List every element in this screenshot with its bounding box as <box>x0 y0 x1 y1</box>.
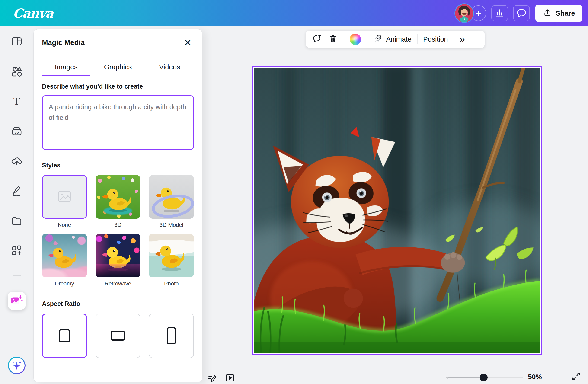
aspect-ratio-label: Aspect Ratio <box>42 300 194 307</box>
comment-add-icon <box>312 33 322 45</box>
styles-label: Styles <box>42 162 194 169</box>
tab-images[interactable]: Images <box>42 63 90 76</box>
context-toolbar: Animate Position » <box>306 31 484 48</box>
style-tile-none[interactable] <box>42 175 87 219</box>
share-button[interactable]: Share <box>535 5 582 22</box>
close-panel-button[interactable]: ✕ <box>182 37 194 49</box>
style-tile-photo[interactable] <box>149 234 194 277</box>
duck-dreamy-art <box>46 241 82 273</box>
canvas-selected-image[interactable] <box>252 66 542 355</box>
pen-icon <box>11 185 23 197</box>
chart-bars-icon <box>494 7 506 20</box>
more-tools-button[interactable]: » <box>460 35 464 44</box>
trash-icon <box>328 33 338 45</box>
upload-cloud-icon <box>11 155 23 167</box>
aspect-option-square[interactable] <box>42 314 87 358</box>
sidebar-item-design[interactable] <box>9 34 24 49</box>
portrait-ratio-icon <box>167 327 176 344</box>
close-icon: ✕ <box>184 38 191 47</box>
position-label: Position <box>423 35 448 43</box>
sidebar-item-text[interactable]: T <box>9 94 24 109</box>
duck-photo-art <box>153 241 189 273</box>
sidebar-item-apps[interactable] <box>9 243 24 258</box>
sidebar-item-uploads[interactable] <box>9 153 24 168</box>
styles-grid: None 3D <box>42 175 194 292</box>
panel-title: Magic Media <box>42 39 85 47</box>
shapes-icon <box>11 65 23 77</box>
slider-thumb[interactable] <box>480 374 488 382</box>
toolbar-divider <box>344 34 344 44</box>
toolbar-divider <box>454 34 454 44</box>
color-wheel-icon <box>350 34 361 45</box>
aspect-option-portrait[interactable] <box>149 314 194 358</box>
brand-icon: co <box>11 125 23 137</box>
style-label: None <box>42 222 87 228</box>
square-ratio-icon <box>59 329 70 342</box>
text-icon: T <box>11 95 23 107</box>
canva-assistant-button[interactable] <box>8 357 25 374</box>
apps-grid-icon <box>11 244 23 256</box>
style-tile-retrowave[interactable] <box>96 234 141 277</box>
comments-button[interactable] <box>513 5 530 21</box>
style-label: Dreamy <box>42 280 87 287</box>
duck-retrowave-art <box>100 241 136 273</box>
sidebar-item-draw[interactable] <box>9 183 24 198</box>
delete-button[interactable] <box>328 33 338 45</box>
style-label: 3D Model <box>149 222 194 228</box>
notes-button[interactable] <box>207 372 218 383</box>
magic-media-icon <box>10 295 23 307</box>
prompt-input[interactable] <box>42 95 194 150</box>
add-comment-button[interactable] <box>312 33 322 45</box>
aspect-option-landscape[interactable] <box>96 314 141 358</box>
present-button[interactable] <box>225 372 235 383</box>
animate-icon <box>373 33 383 45</box>
duck-3d-art <box>100 182 136 214</box>
insights-button[interactable] <box>491 5 508 21</box>
speech-bubble-icon <box>515 7 527 20</box>
tab-graphics[interactable]: Graphics <box>94 63 142 76</box>
tab-bar: Images Graphics Videos <box>34 56 202 76</box>
animate-label: Animate <box>386 35 412 43</box>
tab-videos[interactable]: Videos <box>145 63 194 76</box>
style-tile-3d-model[interactable] <box>149 175 194 219</box>
plus-icon: + <box>475 7 481 19</box>
color-picker-button[interactable] <box>350 34 361 45</box>
position-button[interactable]: Position <box>423 35 448 43</box>
canva-logo[interactable]: Canva <box>13 6 54 21</box>
expand-icon <box>571 371 582 382</box>
presentation-play-icon <box>225 372 235 383</box>
sparkle-icon <box>10 359 23 372</box>
topbar-actions: + <box>455 4 582 22</box>
sidebar-item-projects[interactable] <box>9 213 24 228</box>
animate-button[interactable]: Animate <box>373 33 412 45</box>
double-chevron-right-icon: » <box>460 35 464 44</box>
style-label: 3D <box>96 222 141 228</box>
style-tile-dreamy[interactable] <box>42 234 87 277</box>
export-icon <box>542 7 552 19</box>
sidebar-item-elements[interactable] <box>9 64 24 79</box>
slider-start-dot <box>446 377 448 379</box>
toolbar-divider <box>367 34 367 44</box>
sidebar-divider <box>13 275 21 276</box>
notes-icon <box>207 372 218 383</box>
svg-text:co: co <box>15 130 19 134</box>
zoom-percent[interactable]: 50% <box>527 373 543 381</box>
image-placeholder-icon <box>57 189 72 205</box>
svg-text:T: T <box>13 96 20 107</box>
slider-fill <box>446 377 484 378</box>
prompt-label: Describe what you’d like to create <box>42 83 194 90</box>
fullscreen-button[interactable] <box>571 371 582 382</box>
landscape-ratio-icon <box>111 331 125 341</box>
sidebar-item-magic-media[interactable] <box>8 292 26 310</box>
canva-editor: Canva + <box>0 0 588 384</box>
sidebar-item-brand[interactable]: co <box>9 124 24 139</box>
design-icon <box>11 35 23 47</box>
style-label: Photo <box>149 280 194 287</box>
style-tile-3d[interactable] <box>96 175 141 219</box>
toolbar-divider <box>417 34 418 44</box>
zoom-slider[interactable] <box>446 373 523 382</box>
aspect-ratio-row <box>42 314 194 358</box>
style-label: Retrowave <box>96 280 141 287</box>
share-label: Share <box>556 9 575 17</box>
avatar[interactable] <box>455 4 473 22</box>
